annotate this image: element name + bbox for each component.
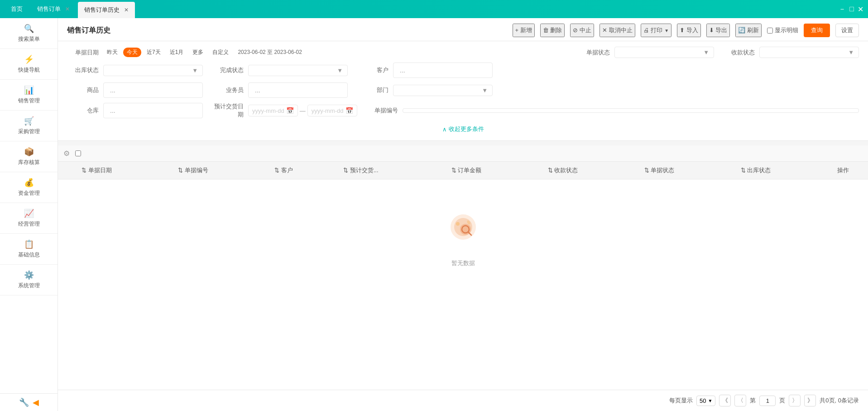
- sidebar-item-capital[interactable]: 💰 资金管理: [0, 172, 58, 203]
- delivery-start-text: yyyy-mm-dd: [252, 107, 284, 114]
- delivery-date-start[interactable]: yyyy-mm-dd 📅: [248, 105, 298, 116]
- filter-area: 单据日期 昨天 今天 近7天 近1月 更多 自定义 2023-06-02 至 2…: [58, 41, 868, 141]
- salesperson-ellipsis[interactable]: ...: [253, 85, 262, 96]
- customer-input[interactable]: ...: [393, 63, 493, 78]
- last-page-button[interactable]: 》: [804, 395, 816, 406]
- delivery-date-end[interactable]: yyyy-mm-dd 📅: [307, 105, 357, 116]
- goods-input[interactable]: ...: [103, 82, 203, 98]
- print-button[interactable]: 🖨 打印 ▼: [641, 24, 672, 37]
- tab-sales-order[interactable]: 销售订单 ✕: [31, 2, 76, 16]
- sidebar-settings-icon[interactable]: 🔧: [19, 397, 29, 407]
- first-page-icon: 《: [722, 396, 728, 405]
- sidebar-item-quick-nav[interactable]: ⚡ 快捷导航: [0, 49, 58, 80]
- cancel-stop-button[interactable]: ✕ 取消中止: [599, 24, 635, 37]
- empty-icon: [441, 207, 486, 252]
- filter-row-date: 单据日期 昨天 今天 近7天 近1月 更多 自定义 2023-06-02 至 2…: [67, 47, 859, 58]
- tab-home[interactable]: 首页: [5, 2, 29, 16]
- delivery-end-calendar-icon[interactable]: 📅: [345, 107, 353, 114]
- last7days-btn[interactable]: 近7天: [143, 48, 164, 57]
- sidebar-item-sys-mgmt[interactable]: ⚙️ 系统管理: [0, 265, 58, 295]
- show-detail-checkbox[interactable]: [767, 28, 773, 34]
- complete-select[interactable]: ▼: [248, 65, 348, 76]
- today-btn[interactable]: 今天: [123, 48, 141, 57]
- print-label: 🖨 打印: [643, 26, 663, 34]
- import-button[interactable]: ⬆ 导入: [677, 24, 701, 37]
- order-no-input[interactable]: [403, 108, 859, 113]
- quick-nav-icon: ⚡: [24, 54, 34, 64]
- customer-ellipsis[interactable]: ...: [398, 65, 407, 76]
- custom-date-btn[interactable]: 自定义: [209, 48, 232, 57]
- next-page-button[interactable]: 〉: [789, 395, 801, 406]
- dept-select[interactable]: ▼: [393, 85, 493, 96]
- maximize-icon[interactable]: □: [849, 5, 854, 13]
- tab-sales-history-close[interactable]: ✕: [124, 7, 129, 13]
- add-button[interactable]: + 新增: [513, 24, 535, 37]
- stop-label: ⊘ 中止: [573, 26, 591, 34]
- th-delivery: ⇅ 预计交货...: [338, 162, 446, 179]
- sidebar-collapse-icon[interactable]: ◀: [33, 397, 39, 407]
- filter-row-goods: 商品 ... 业务员 ... 部门 ▼: [67, 82, 859, 98]
- date-filter-value: 昨天 今天 近7天 近1月 更多 自定义 2023-06-02 至 2023-0…: [103, 48, 578, 57]
- export-label: ⬇ 导出: [709, 26, 728, 34]
- delivery-date-group: yyyy-mm-dd 📅 — yyyy-mm-dd 📅: [248, 105, 357, 116]
- more-date-btn[interactable]: 更多: [189, 48, 207, 57]
- per-page-select[interactable]: 50 ▼: [696, 396, 715, 406]
- content-area: 销售订单历史 + 新增 🗑 删除 ⊘ 中止 ✕ 取消中止 🖨 打印 ▼: [58, 18, 868, 411]
- show-detail-checkbox-label[interactable]: 显示明细: [767, 26, 798, 34]
- select-all-checkbox[interactable]: [75, 150, 81, 156]
- outbound-chevron-icon: ▼: [192, 67, 198, 74]
- complete-chevron-icon: ▼: [337, 67, 343, 74]
- sidebar: 🔍 搜索菜单 ⚡ 快捷导航 📊 销售管理 🛒 采购管理 📦 库存核算 💰 资金管…: [0, 18, 58, 411]
- sidebar-item-inventory[interactable]: 📦 库存核算: [0, 141, 58, 172]
- collapse-label: 收起更多条件: [449, 125, 484, 133]
- refresh-button[interactable]: 🔄 刷新: [735, 24, 762, 37]
- collapse-button[interactable]: ∧ 收起更多条件: [67, 123, 859, 135]
- minimize-icon[interactable]: －: [839, 5, 846, 14]
- page-input[interactable]: [759, 396, 776, 406]
- collapse-row: ∧ 收起更多条件: [67, 123, 859, 135]
- sidebar-item-purchase-mgmt[interactable]: 🛒 采购管理: [0, 111, 58, 141]
- sidebar-item-sys-mgmt-label: 系统管理: [18, 282, 40, 290]
- warehouse-ellipsis[interactable]: ...: [108, 105, 117, 116]
- order-no-label: 单据编号: [366, 106, 403, 115]
- close-window-icon[interactable]: ✕: [858, 5, 863, 14]
- prev-page-button[interactable]: 〈: [734, 395, 746, 406]
- collapse-up-icon: ∧: [442, 126, 447, 133]
- last1month-btn[interactable]: 近1月: [166, 48, 187, 57]
- status-filter-select[interactable]: ▼: [614, 47, 714, 58]
- sidebar-item-operations[interactable]: 📈 经营管理: [0, 203, 58, 234]
- salesperson-input[interactable]: ...: [248, 82, 348, 98]
- outbound-select[interactable]: ▼: [103, 65, 203, 76]
- import-label: ⬆ 导入: [680, 26, 698, 34]
- sidebar-item-search-menu[interactable]: 🔍 搜索菜单: [0, 18, 58, 49]
- warehouse-input[interactable]: ...: [103, 103, 203, 118]
- tab-sales-history[interactable]: 销售订单历史 ✕: [78, 2, 135, 18]
- first-page-button[interactable]: 《: [719, 395, 731, 406]
- export-button[interactable]: ⬇ 导出: [706, 24, 730, 37]
- sidebar-item-capital-label: 资金管理: [18, 189, 40, 197]
- date-range-text: 2023-06-02 至 2023-06-02: [238, 48, 302, 56]
- delivery-start-calendar-icon[interactable]: 📅: [286, 107, 294, 114]
- sidebar-item-basic-info[interactable]: 📋 基础信息: [0, 234, 58, 265]
- yesterday-btn[interactable]: 昨天: [103, 48, 121, 57]
- svg-point-5: [456, 222, 460, 226]
- status-chevron-icon: ▼: [703, 49, 709, 56]
- delete-button[interactable]: 🗑 删除: [540, 24, 565, 37]
- toolbar: + 新增 🗑 删除 ⊘ 中止 ✕ 取消中止 🖨 打印 ▼ ⬆ 导入: [513, 24, 859, 37]
- total-info: 共0页, 0条记录: [820, 396, 859, 405]
- table-settings-icon[interactable]: ⚙: [63, 149, 70, 158]
- th-checkbox: [58, 162, 76, 179]
- status-filter-label: 单据状态: [578, 48, 614, 57]
- stop-button[interactable]: ⊘ 中止: [570, 24, 594, 37]
- tab-sales-order-close[interactable]: ✕: [65, 6, 70, 12]
- th-date: ⇅ 单据日期: [76, 162, 173, 179]
- last-page-icon: 》: [807, 396, 813, 405]
- query-button[interactable]: 查询: [804, 24, 830, 37]
- sidebar-item-sales-mgmt[interactable]: 📊 销售管理: [0, 80, 58, 111]
- payment-status-select[interactable]: ▼: [759, 47, 859, 58]
- print-dropdown-icon[interactable]: ▼: [664, 28, 669, 33]
- tab-sales-order-label: 销售订单: [37, 5, 61, 13]
- goods-ellipsis[interactable]: ...: [108, 85, 117, 96]
- settings-button[interactable]: 设置: [835, 24, 859, 37]
- th-amount-label: ⇅ 订单金额: [451, 167, 482, 174]
